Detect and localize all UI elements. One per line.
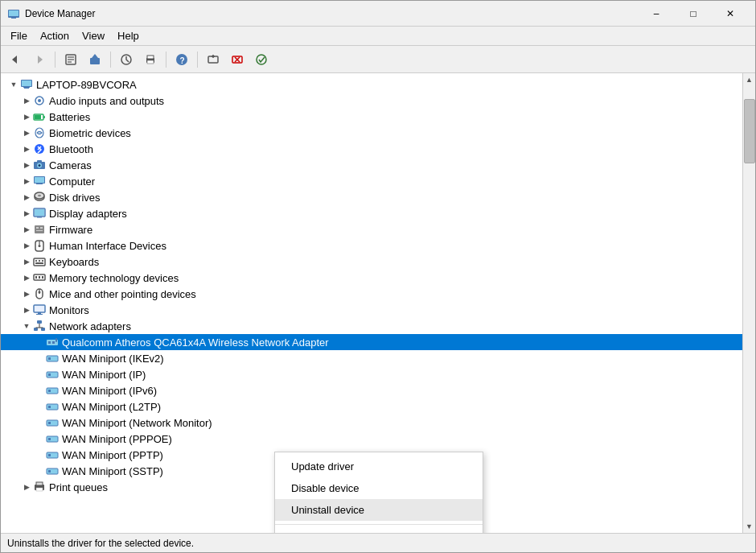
tree-item-disk[interactable]: ▶ Disk drives [1, 189, 742, 205]
svg-point-24 [257, 55, 266, 64]
ctx-scan-hardware[interactable]: Scan for hardware changes [275, 528, 483, 533]
computer2-icon [33, 175, 46, 188]
scroll-up-arrow[interactable]: ▲ [744, 73, 755, 86]
tree-item-keyboards[interactable]: ▶ Keyboards [1, 254, 742, 270]
update-driver-button[interactable] [84, 49, 106, 70]
tree-item-wan-netmon[interactable]: WAN Miniport (Network Monitor) [1, 415, 742, 431]
disk-expand-arrow[interactable]: ▶ [20, 191, 33, 204]
bluetooth-expand-arrow[interactable]: ▶ [20, 142, 33, 155]
tree-item-wan-ikev2[interactable]: WAN Miniport (IKEv2) [1, 350, 742, 366]
tree-item-display[interactable]: ▶ Display adapters [1, 205, 742, 221]
svg-rect-57 [35, 260, 37, 262]
network-expand-arrow[interactable]: ▼ [20, 320, 33, 332]
print-button[interactable] [139, 49, 162, 70]
toolbar-sep-3 [166, 52, 166, 68]
svg-point-45 [38, 195, 41, 197]
svg-rect-28 [24, 88, 29, 89]
scan-button[interactable] [115, 49, 138, 70]
tree-item-qualcomm[interactable]: Qualcomm Atheros QCA61x4A Wireless Netwo… [1, 334, 742, 350]
memory-label: Memory technology devices [49, 272, 179, 284]
tree-item-mice[interactable]: ▶ Mice and other pointing devices [1, 286, 742, 302]
tree-item-network[interactable]: ▼ Network adapters [1, 318, 742, 334]
tree-root[interactable]: ▼ LAPTOP-89BVCORA [1, 76, 742, 93]
svg-rect-14 [147, 56, 154, 59]
svg-rect-48 [37, 217, 42, 218]
wan-ip-label: WAN Miniport (IP) [62, 369, 146, 381]
add-legacy-button[interactable] [202, 49, 224, 70]
cameras-expand-arrow[interactable]: ▶ [20, 159, 33, 171]
audio-expand-arrow[interactable]: ▶ [20, 94, 33, 107]
svg-rect-93 [48, 438, 51, 440]
tree-item-memory[interactable]: ▶ Memory technology devices [1, 270, 742, 286]
menu-action[interactable]: Action [34, 27, 76, 45]
minimize-button[interactable]: – [638, 1, 675, 27]
scroll-thumb[interactable] [744, 99, 755, 163]
help-button[interactable]: ? [171, 49, 193, 70]
svg-rect-95 [48, 454, 51, 456]
ctx-uninstall-device[interactable]: Uninstall device [275, 499, 483, 521]
memory-expand-arrow[interactable]: ▶ [20, 271, 33, 284]
uninstall-button[interactable] [226, 49, 249, 70]
wan-netmon-label: WAN Miniport (Network Monitor) [62, 417, 212, 429]
monitor-icon [33, 303, 46, 316]
menu-view[interactable]: View [76, 27, 111, 45]
ctx-separator-1 [275, 524, 483, 525]
print-expand-arrow[interactable]: ▶ [20, 481, 33, 493]
audio-label: Audio inputs and outputs [49, 95, 164, 107]
ctx-update-driver[interactable]: Update driver [275, 456, 483, 477]
properties-button[interactable] [60, 49, 82, 70]
ctx-uninstall-device-label: Uninstall device [291, 504, 364, 516]
menu-help[interactable]: Help [111, 27, 146, 45]
firmware-expand-arrow[interactable]: ▶ [20, 223, 33, 236]
tree-item-computer[interactable]: ▶ Computer [1, 173, 742, 189]
qualcomm-label: Qualcomm Atheros QCA61x4A Wireless Netwo… [62, 336, 329, 349]
ctx-disable-device[interactable]: Disable device [275, 477, 483, 499]
svg-rect-89 [48, 406, 51, 408]
maximize-button[interactable]: □ [675, 1, 712, 27]
tree-item-wan-l2tp[interactable]: WAN Miniport (L2TP) [1, 398, 742, 415]
computer-expand-arrow[interactable]: ▶ [20, 175, 33, 188]
tree-item-hid[interactable]: ▶ Human Interface Devices [1, 237, 742, 254]
svg-point-55 [39, 245, 41, 247]
tree-item-firmware[interactable]: ▶ Firmware [1, 221, 742, 237]
close-button[interactable]: ✕ [712, 1, 749, 27]
svg-rect-51 [40, 227, 43, 229]
tree-item-batteries[interactable]: ▶ Batteries [1, 109, 742, 125]
svg-marker-11 [92, 54, 98, 58]
tree-item-wan-ipv6[interactable]: WAN Miniport (IPv6) [1, 382, 742, 398]
wan-l2tp-icon [46, 400, 59, 413]
back-button[interactable] [4, 49, 27, 70]
tree-item-audio[interactable]: ▶ Audio inputs and outputs [1, 93, 742, 109]
keyboards-expand-arrow[interactable]: ▶ [20, 255, 33, 268]
disk-icon [33, 191, 46, 204]
forward-button[interactable] [28, 49, 51, 70]
tree-item-wan-ip[interactable]: WAN Miniport (IP) [1, 366, 742, 382]
menu-file[interactable]: File [4, 27, 34, 45]
firmware-icon [33, 223, 46, 236]
display-expand-arrow[interactable]: ▶ [20, 207, 33, 220]
tree-item-biometric[interactable]: ▶ Biometric devices [1, 125, 742, 141]
hid-expand-arrow[interactable]: ▶ [20, 239, 33, 252]
network-label: Network adapters [49, 320, 131, 332]
svg-rect-87 [48, 390, 51, 392]
tree-item-wan-pppoe[interactable]: WAN Miniport (PPPOE) [1, 431, 742, 447]
scan-changes-button[interactable] [250, 49, 273, 70]
biometric-label: Biometric devices [49, 127, 131, 139]
svg-rect-32 [43, 116, 45, 118]
scrollbar[interactable]: ▲ ▼ [742, 73, 755, 533]
scroll-down-arrow[interactable]: ▼ [744, 520, 755, 533]
svg-rect-33 [35, 115, 41, 119]
tree-item-monitors[interactable]: ▶ Monitors [1, 302, 742, 318]
camera-icon [33, 159, 46, 171]
cameras-label: Cameras [49, 159, 92, 171]
monitors-expand-arrow[interactable]: ▶ [20, 303, 33, 316]
batteries-expand-arrow[interactable]: ▶ [20, 110, 33, 123]
mice-expand-arrow[interactable]: ▶ [20, 287, 33, 300]
tree-item-cameras[interactable]: ▶ Cameras [1, 157, 742, 173]
root-expand-arrow[interactable]: ▼ [7, 78, 20, 91]
hid-label: Human Interface Devices [49, 240, 166, 252]
mouse-icon [33, 287, 46, 300]
svg-text:?: ? [180, 56, 185, 64]
tree-item-bluetooth[interactable]: ▶ Bluetooth [1, 141, 742, 157]
biometric-expand-arrow[interactable]: ▶ [20, 126, 33, 139]
